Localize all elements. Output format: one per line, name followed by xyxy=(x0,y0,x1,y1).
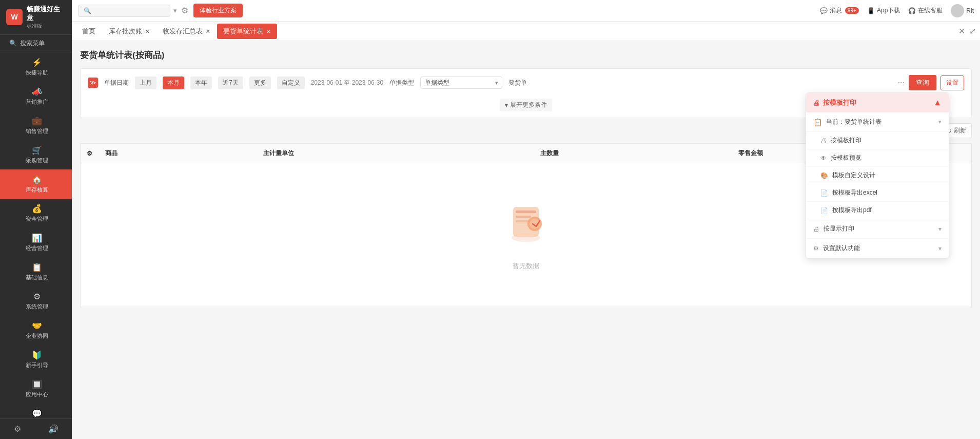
export-pdf-label: 按模板导出pdf xyxy=(832,206,872,215)
message-badge: 99+ xyxy=(845,7,859,14)
nav-icon-yingyong: 🔲 xyxy=(32,379,42,389)
type-select[interactable]: 单据类型 要货单 xyxy=(420,77,502,89)
type-select-wrap: 单据类型 要货单 xyxy=(420,77,502,89)
tab-close-shoufa_huizong[interactable]: × xyxy=(206,27,210,35)
audio-bottom-icon[interactable]: 🔊 xyxy=(48,424,58,434)
type-filter-label: 单据类型 xyxy=(389,79,414,87)
dropdown-current[interactable]: 📋 当前：要货单统计表 ▾ xyxy=(806,112,949,132)
message-icon: 💬 xyxy=(820,7,828,14)
header-search-input[interactable] xyxy=(91,7,158,14)
date-btn-benyue[interactable]: 本月 xyxy=(163,77,184,89)
nav-label-qiye: 企业协同 xyxy=(26,332,48,340)
sidebar-nav: ⚡ 快捷导航 📣 营销推广 💼 销售管理 🛒 采购管理 🏠 库存核算 💰 资金管… xyxy=(0,52,72,418)
nav-icon-jichu: 📋 xyxy=(32,262,42,272)
sidebar-item-caigou[interactable]: 🛒 采购管理 xyxy=(0,140,72,169)
dropdown-template-export-excel[interactable]: 📄 按模板导出excel xyxy=(806,184,949,202)
header-search-dropdown[interactable]: ▾ xyxy=(173,7,177,14)
tab-kucun_pici[interactable]: 库存批次账× xyxy=(103,24,155,39)
yaohuo-label: 要货单 xyxy=(508,79,527,87)
header-message[interactable]: 💬 消息 99+ xyxy=(820,6,859,15)
nav-label-zijin: 资金管理 xyxy=(26,215,48,223)
template-print-label: 按模板打印 xyxy=(831,136,861,145)
svg-rect-2 xyxy=(516,211,536,213)
sidebar-item-zijin[interactable]: 💰 资金管理 xyxy=(0,199,72,228)
dropdown-close-button[interactable]: ▲ xyxy=(933,98,942,107)
tab-home[interactable]: 首页 xyxy=(76,24,102,39)
tab-label-shoufa_huizong: 收发存汇总表 xyxy=(163,27,203,36)
dropdown-title: 按模板打印 xyxy=(823,98,856,107)
tab-yaohuo_tongji[interactable]: 要货单统计表× xyxy=(217,24,277,39)
template-preview-label: 按模板预览 xyxy=(831,154,861,162)
logo-icon: W xyxy=(6,9,23,25)
user-avatar xyxy=(951,4,964,17)
tab-label-kucun_pici: 库存批次账 xyxy=(109,27,142,36)
header-app-download[interactable]: 📱 App下载 xyxy=(867,6,900,15)
sidebar-item-yingxiao[interactable]: 📣 营销推广 xyxy=(0,82,72,111)
trial-button[interactable]: 体验行业方案 xyxy=(193,4,243,17)
dropdown-template-preview[interactable]: 👁 按模板预览 xyxy=(806,149,949,167)
dropdown-template-print[interactable]: 🖨 按模板打印 xyxy=(806,132,949,149)
nav-icon-caigou: 🛒 xyxy=(32,145,42,155)
nav-label-xitong: 系统管理 xyxy=(26,303,48,311)
default-fn-label: 设置默认功能 xyxy=(823,244,860,253)
nav-label-kucun: 库存核算 xyxy=(26,186,48,194)
date-btn-bennian[interactable]: 本年 xyxy=(190,77,212,89)
app-icon: 📱 xyxy=(867,7,875,14)
sidebar-item-xitong[interactable]: ⚙ 系统管理 xyxy=(0,287,72,316)
service-icon: 🎧 xyxy=(908,7,916,14)
nav-icon-xitong: ⚙ xyxy=(33,292,41,301)
sidebar-item-qiye[interactable]: 🤝 企业协同 xyxy=(0,316,72,345)
dropdown-template-design[interactable]: 🎨 模板自定义设计 xyxy=(806,167,949,184)
svg-rect-3 xyxy=(516,216,531,218)
display-print-label: 按显示打印 xyxy=(824,224,854,233)
print-dropdown-panel: 🖨 按模板打印 ▲ 📋 当前：要货单统计表 ▾ 🖨 按模板打印 👁 按模板预览 … xyxy=(806,92,949,259)
dropdown-default-fn[interactable]: ⚙ 设置默认功能 ▾ xyxy=(806,239,949,258)
window-close-btn[interactable]: ✕ xyxy=(958,26,965,36)
sidebar-item-xiaoshou[interactable]: 💼 销售管理 xyxy=(0,111,72,140)
nav-icon-zijin: 💰 xyxy=(32,204,42,214)
sidebar: W 畅赚通好生意 标准版 🔍 搜索菜单 ⚡ 快捷导航 📣 营销推广 💼 销售管理… xyxy=(0,0,72,439)
filter-expand-icon[interactable]: ≫ xyxy=(88,78,98,88)
sidebar-item-kucun[interactable]: 🏠 库存核算 xyxy=(0,169,72,199)
export-pdf-icon: 📄 xyxy=(820,207,828,214)
header-user[interactable]: Rit xyxy=(951,4,974,17)
sidebar-item-kuaijie[interactable]: ⚡ 快捷导航 xyxy=(0,52,72,82)
sidebar-item-jichu[interactable]: 📋 基础信息 xyxy=(0,257,72,287)
tab-close-kucun_pici[interactable]: × xyxy=(145,27,149,35)
tab-close-yaohuo_tongji[interactable]: × xyxy=(266,27,270,35)
template-print-icon: 🖨 xyxy=(820,137,827,144)
sidebar-search[interactable]: 🔍 搜索菜单 xyxy=(0,35,72,52)
export-excel-label: 按模板导出excel xyxy=(832,188,877,197)
date-range-display: 2023-06-01 至 2023-06-30 xyxy=(311,79,383,87)
date-btn-jin7[interactable]: 近7天 xyxy=(218,77,243,89)
tab-shoufa_huizong[interactable]: 收发存汇总表× xyxy=(156,24,216,39)
nav-label-caigou: 采购管理 xyxy=(26,157,48,164)
page-title: 要货单统计表(按商品) xyxy=(80,49,972,61)
header-settings-icon[interactable]: ⚙ xyxy=(181,6,188,15)
date-btn-gengduo[interactable]: 更多 xyxy=(249,77,271,89)
settings-button[interactable]: 设置 xyxy=(940,75,964,90)
dropdown-display-print[interactable]: 🖨 按显示打印 ▾ xyxy=(806,219,949,239)
sidebar-item-xinshou[interactable]: 🔰 新手引导 xyxy=(0,345,72,374)
display-print-icon: 🖨 xyxy=(813,225,819,233)
dropdown-template-export-pdf[interactable]: 📄 按模板导出pdf xyxy=(806,202,949,219)
header-search-box[interactable]: 🔍 xyxy=(78,5,170,17)
nav-label-xiaoshou: 销售管理 xyxy=(26,127,48,135)
settings-bottom-icon[interactable]: ⚙ xyxy=(14,424,21,434)
sidebar-item-jingying[interactable]: 📊 经营管理 xyxy=(0,228,72,257)
expand-more-button[interactable]: ▾ 展开更多条件 xyxy=(500,99,552,111)
sidebar-item-yingyong[interactable]: 🔲 应用中心 xyxy=(0,374,72,404)
query-button[interactable]: 查询 xyxy=(909,75,936,90)
nav-icon-yingxiao: 📣 xyxy=(32,87,42,97)
col-settings[interactable]: ⚙ xyxy=(81,144,99,163)
app-logo: W 畅赚通好生意 标准版 xyxy=(0,0,72,35)
message-label: 消息 xyxy=(830,6,842,15)
window-expand-btn[interactable]: ⤢ xyxy=(969,26,976,36)
nav-label-xinshou: 新手引导 xyxy=(26,361,48,369)
date-btn-zidingyi[interactable]: 自定义 xyxy=(277,77,305,89)
more-dots[interactable]: ··· xyxy=(898,78,905,87)
export-excel-icon: 📄 xyxy=(820,189,828,197)
date-btn-shangyue[interactable]: 上月 xyxy=(135,77,156,89)
sidebar-item-weixin[interactable]: 💬 企业微信 xyxy=(0,404,72,418)
header-online-service[interactable]: 🎧 在线客服 xyxy=(908,6,943,15)
